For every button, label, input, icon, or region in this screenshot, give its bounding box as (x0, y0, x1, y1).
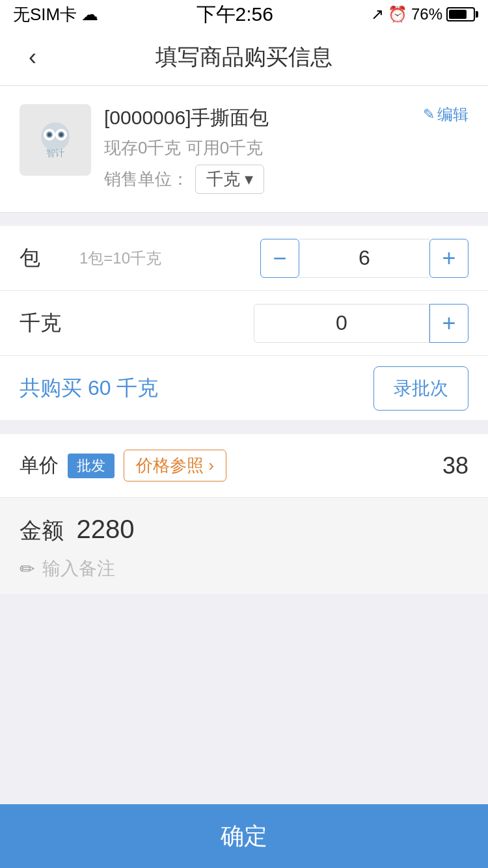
product-card: 智计 [0000006]手撕面包 ✎ 编辑 现存0千克 可用0千克 销售单位： … (0, 86, 488, 213)
status-bar: 无SIM卡 ☁ 下午2:56 ↗ ⏰ 76% (0, 0, 488, 29)
status-time: 下午2:56 (197, 1, 273, 28)
kg-quantity-input[interactable] (254, 304, 429, 343)
back-button[interactable]: ‹ (13, 38, 52, 77)
kg-label: 千克 (20, 309, 72, 338)
amount-section: 金额 2280 ✏ 输入备注 (0, 498, 488, 594)
edit-button[interactable]: ✎ 编辑 (423, 104, 468, 125)
product-logo: 智计 (33, 117, 78, 163)
price-row: 单价 批发 价格参照 › 38 (20, 450, 468, 481)
battery-label: 76% (411, 5, 442, 23)
confirm-bar[interactable]: 确定 (0, 804, 488, 868)
svg-point-5 (47, 133, 51, 137)
package-quantity-input[interactable] (299, 239, 429, 278)
package-controls: − + (260, 239, 468, 278)
battery-icon (446, 7, 475, 21)
edit-icon: ✎ (423, 106, 435, 123)
kg-controls: + (254, 304, 468, 343)
status-left: 无SIM卡 ☁ (13, 3, 98, 26)
section-separator-2 (0, 421, 488, 434)
package-minus-button[interactable]: − (260, 239, 299, 278)
product-info: [0000006]手撕面包 ✎ 编辑 现存0千克 可用0千克 销售单位： 千克 … (104, 104, 468, 194)
section-separator-1 (0, 213, 488, 226)
amount-row: 金额 2280 (20, 515, 468, 546)
package-label: 包 (20, 244, 72, 273)
note-input[interactable]: 输入备注 (42, 556, 115, 581)
price-section: 单价 批发 价格参照 › 38 (0, 434, 488, 498)
unit-select[interactable]: 千克 ▾ (195, 165, 264, 194)
summary-row: 共购买 60 千克 录批次 (0, 356, 488, 421)
kg-row: 千克 + (0, 291, 488, 356)
price-reference-button[interactable]: 价格参照 › (124, 450, 226, 481)
kg-plus-button[interactable]: + (429, 304, 468, 343)
product-unit-row: 销售单位： 千克 ▾ (104, 165, 468, 194)
page-title: 填写商品购买信息 (156, 42, 332, 72)
location-icon: ↗ (371, 5, 384, 23)
summary-unit: 千克 (116, 376, 158, 400)
confirm-button[interactable]: 确定 (221, 821, 267, 852)
input-section: 包 1包=10千克 − + 千克 + 共购买 60 千克 录批次 (0, 226, 488, 421)
edit-label: 编辑 (437, 104, 468, 125)
amount-number: 2280 (76, 515, 134, 543)
nav-bar: ‹ 填写商品购买信息 (0, 29, 488, 86)
amount-label: 金额 (20, 518, 64, 543)
status-right: ↗ ⏰ 76% (371, 5, 475, 23)
package-plus-button[interactable]: + (429, 239, 468, 278)
product-thumbnail: 智计 (20, 104, 91, 176)
price-value: 38 (442, 452, 468, 480)
price-label: 单价 (20, 452, 59, 479)
svg-point-6 (59, 133, 63, 137)
unit-label: 销售单位： (104, 168, 189, 191)
note-row[interactable]: ✏ 输入备注 (20, 556, 468, 581)
package-row: 包 1包=10千克 − + (0, 226, 488, 291)
alarm-icon: ⏰ (388, 5, 407, 23)
empty-area (0, 594, 488, 802)
summary-prefix: 共购买 (20, 376, 82, 400)
summary-qty-value: 60 (88, 376, 111, 400)
svg-text:智计: 智计 (46, 148, 64, 158)
record-batch-button[interactable]: 录批次 (373, 366, 468, 411)
pencil-icon: ✏ (20, 558, 34, 580)
package-hint: 1包=10千克 (79, 248, 260, 269)
product-stock: 现存0千克 可用0千克 (104, 137, 468, 159)
price-tag: 批发 (68, 454, 115, 478)
summary-text: 共购买 60 千克 (20, 374, 373, 403)
product-name: [0000006]手撕面包 (104, 104, 269, 131)
no-sim-label: 无SIM卡 ☁ (13, 3, 98, 26)
